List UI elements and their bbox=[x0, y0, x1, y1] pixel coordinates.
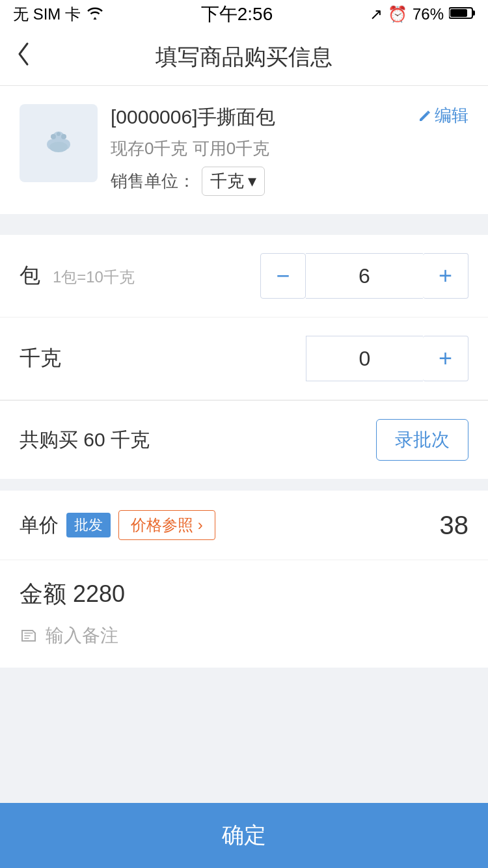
quantity-row-kg: 千克 + bbox=[0, 318, 488, 400]
price-section: 单价 批发 价格参照 › 38 bbox=[0, 491, 488, 560]
battery-icon bbox=[449, 5, 475, 23]
unit-label: 销售单位： bbox=[111, 170, 195, 193]
status-bar: 无 SIM 卡 下午2:56 ↗ ⏰ 76% bbox=[0, 0, 488, 29]
sim-status: 无 SIM 卡 bbox=[13, 4, 81, 25]
nav-bar: 填写商品购买信息 bbox=[0, 29, 488, 86]
total-amount: 60 bbox=[83, 429, 105, 450]
svg-rect-2 bbox=[450, 9, 467, 17]
status-left: 无 SIM 卡 bbox=[13, 4, 104, 25]
product-image bbox=[20, 104, 98, 182]
divider-1 bbox=[0, 224, 488, 235]
total-row: 共购买 60 千克 录批次 bbox=[0, 400, 488, 479]
location-icon: ↗ bbox=[370, 5, 383, 23]
main-content: [0000006]手撕面包 现存0千克 可用0千克 销售单位： 千克 ▾ 编辑 … bbox=[0, 86, 488, 868]
unit-value: 千克 bbox=[210, 170, 244, 193]
unit-select[interactable]: 千克 ▾ bbox=[202, 167, 265, 196]
amount-value: 2280 bbox=[73, 580, 125, 607]
product-stock: 现存0千克 可用0千克 bbox=[111, 137, 405, 160]
svg-point-7 bbox=[51, 134, 56, 139]
edit-button[interactable]: 编辑 bbox=[418, 104, 468, 127]
quantity-input-bao[interactable] bbox=[306, 253, 423, 299]
decrement-bao-button[interactable]: − bbox=[260, 253, 306, 299]
svg-point-9 bbox=[57, 132, 61, 136]
price-label: 单价 批发 价格参照 › bbox=[20, 510, 215, 540]
unit-kg: 千克 bbox=[20, 346, 61, 370]
svg-point-8 bbox=[61, 134, 66, 139]
page-title: 填写商品购买信息 bbox=[156, 42, 332, 72]
edit-label: 编辑 bbox=[435, 104, 468, 127]
increment-bao-button[interactable]: + bbox=[423, 253, 468, 299]
quantity-control-bao: − + bbox=[260, 253, 468, 299]
quantity-input-kg[interactable] bbox=[306, 336, 423, 381]
price-text: 单价 bbox=[20, 512, 59, 539]
quantity-row-bao: 包 1包=10千克 − + bbox=[0, 235, 488, 318]
status-right: ↗ ⏰ 76% bbox=[370, 5, 475, 23]
price-value: 38 bbox=[440, 511, 469, 540]
product-unit: 销售单位： 千克 ▾ bbox=[111, 167, 405, 196]
product-card-right: 编辑 bbox=[418, 104, 468, 127]
price-type-badge: 批发 bbox=[66, 513, 111, 537]
confirm-button-label: 确定 bbox=[222, 821, 266, 850]
increment-kg-button[interactable]: + bbox=[423, 336, 468, 381]
quantity-label-bao: 包 1包=10千克 bbox=[20, 262, 260, 290]
price-ref-button[interactable]: 价格参照 › bbox=[118, 510, 215, 540]
svg-point-6 bbox=[49, 142, 68, 152]
back-button[interactable] bbox=[16, 41, 31, 73]
amount-section: 金额 2280 输入备注 bbox=[0, 560, 488, 668]
svg-rect-1 bbox=[472, 10, 475, 16]
batch-button[interactable]: 录批次 bbox=[376, 419, 468, 461]
dropdown-icon: ▾ bbox=[248, 171, 256, 191]
confirm-button[interactable]: 确定 bbox=[0, 803, 488, 868]
battery-text: 76% bbox=[413, 5, 444, 23]
unit-bao: 包 bbox=[20, 264, 40, 287]
remark-row[interactable]: 输入备注 bbox=[20, 623, 468, 648]
alarm-icon: ⏰ bbox=[388, 5, 407, 23]
product-card: [0000006]手撕面包 现存0千克 可用0千克 销售单位： 千克 ▾ 编辑 bbox=[0, 86, 488, 214]
quantity-control-kg: + bbox=[306, 336, 468, 381]
quantity-hint-bao: 1包=10千克 bbox=[53, 268, 135, 286]
quantity-section: 包 1包=10千克 − + 千克 + 共购买 60 千克 录批次 bbox=[0, 235, 488, 479]
product-name: [0000006]手撕面包 bbox=[111, 104, 405, 131]
wifi-icon bbox=[86, 5, 104, 23]
divider-2 bbox=[0, 480, 488, 491]
total-text: 共购买 60 千克 bbox=[20, 427, 150, 454]
status-time: 下午2:56 bbox=[201, 2, 273, 27]
quantity-label-kg: 千克 bbox=[20, 344, 306, 373]
remark-placeholder: 输入备注 bbox=[46, 623, 118, 648]
product-info: [0000006]手撕面包 现存0千克 可用0千克 销售单位： 千克 ▾ bbox=[111, 104, 405, 196]
amount-row: 金额 2280 bbox=[20, 560, 468, 610]
